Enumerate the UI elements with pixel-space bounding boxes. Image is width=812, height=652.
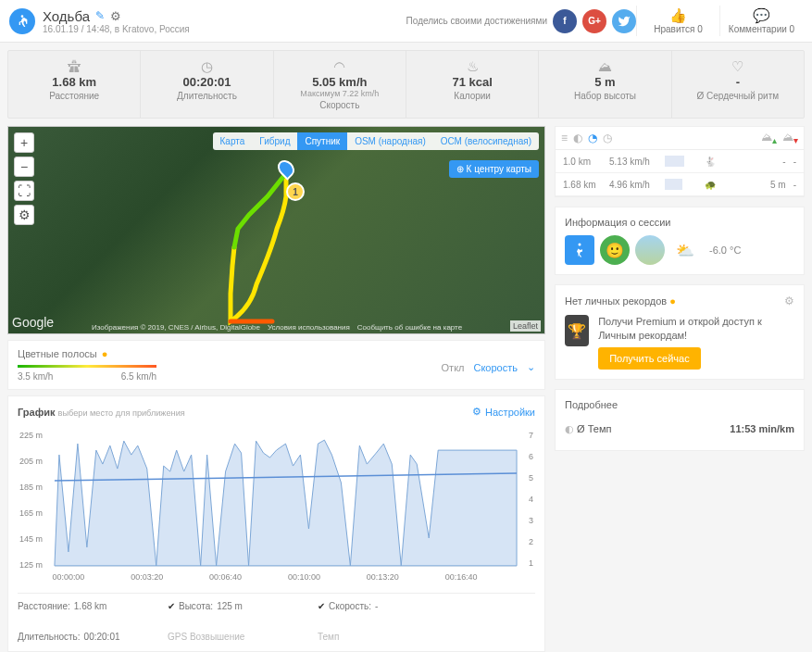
trophy-icon: 🏆 xyxy=(565,315,589,346)
details-panel: Подробнее ◐ Ø Темп 11:53 min/km xyxy=(555,389,805,451)
activity-subtitle: 16.01.19 / 14:48, в Kratovo, Россия xyxy=(43,24,190,34)
premium-star-icon: ● xyxy=(669,295,676,307)
rabbit-icon: 🐇 xyxy=(705,157,716,167)
stat-label-duration: Длительность: xyxy=(18,632,81,642)
svg-text:3: 3 xyxy=(529,516,533,525)
activity-type-icon xyxy=(9,8,35,34)
session-mood-icon: 🙂 xyxy=(600,235,630,265)
stat-heartrate: ♡ - Ø Сердечный ритм xyxy=(672,51,804,118)
svg-text:00:13:20: 00:13:20 xyxy=(367,572,399,582)
mountain-icon: ⛰ xyxy=(543,58,667,75)
svg-text:00:16:40: 00:16:40 xyxy=(445,572,478,582)
gradient-speed-button[interactable]: Скорость xyxy=(473,362,518,373)
color-strip-title: Цветные полосы xyxy=(18,348,97,359)
gradient-off-button[interactable]: Откл xyxy=(442,362,465,373)
speed-tab-icon[interactable]: ◔ xyxy=(588,132,597,144)
svg-text:145 m: 145 m xyxy=(19,534,43,544)
session-temperature: -6.0 °C xyxy=(709,244,741,256)
svg-text:00:00:00: 00:00:00 xyxy=(52,572,84,582)
target-icon: ⊕ xyxy=(456,164,464,174)
lap-row[interactable]: 1.68 km 4.96 km/h 🐢 5 m - xyxy=(556,173,804,196)
chart-subtitle: выбери место для приближения xyxy=(58,408,185,418)
get-premium-button[interactable]: Получить сейчас xyxy=(598,347,701,370)
settings-icon[interactable]: ⚙ xyxy=(110,9,121,23)
pace-label: Темп xyxy=(318,632,339,642)
time-tab-icon[interactable]: ◷ xyxy=(603,132,612,144)
session-terrain-icon xyxy=(635,235,665,265)
pace-tab-icon[interactable]: ◐ xyxy=(573,132,582,144)
segments-icon[interactable]: ≡ xyxy=(561,132,568,144)
svg-point-21 xyxy=(579,244,581,246)
lap-marker-1: 1 xyxy=(286,182,305,201)
svg-text:7: 7 xyxy=(529,431,533,440)
chevron-down-icon[interactable]: ⌄ xyxy=(527,361,535,373)
svg-text:4: 4 xyxy=(529,495,533,504)
google-logo: Google xyxy=(12,315,54,330)
zoom-out-button[interactable]: − xyxy=(14,157,34,177)
gradient-max: 6.5 km/h xyxy=(121,371,156,382)
lap-bar xyxy=(665,179,697,190)
elevation-col-icon: ⛰▴ xyxy=(761,131,777,145)
zoom-in-button[interactable]: + xyxy=(14,132,34,153)
svg-text:6: 6 xyxy=(529,452,533,461)
map-tab-osm[interactable]: OSM (народная) xyxy=(347,132,433,150)
gradient-min: 3.5 km/h xyxy=(18,371,53,382)
map-settings-button[interactable]: ⚙ xyxy=(14,205,34,225)
elevation-chart[interactable]: 225 m 205 m 185 m 165 m 145 m 125 m 7 6 … xyxy=(18,427,535,584)
map-tab-map[interactable]: Карта xyxy=(213,132,253,150)
share-facebook-button[interactable]: f xyxy=(553,9,577,33)
svg-text:00:10:00: 00:10:00 xyxy=(288,572,320,582)
share-twitter-button[interactable] xyxy=(612,9,636,33)
chart-title: График xyxy=(18,407,56,418)
svg-text:125 m: 125 m xyxy=(19,560,43,570)
records-panel: Нет личных рекордов ● ⚙ 🏆 Получи Premium… xyxy=(555,284,805,380)
map-attribution: Изображения © 2019, CNES / Airbus, Digit… xyxy=(92,323,507,332)
avg-pace-value: 11:53 min/km xyxy=(730,423,794,434)
stat-elevation: ⛰ 5 m Набор высоты xyxy=(539,51,671,118)
gear-icon: ⚙ xyxy=(472,406,481,418)
svg-text:2: 2 xyxy=(529,537,533,546)
svg-text:225 m: 225 m xyxy=(19,431,43,440)
heart-icon: ♡ xyxy=(676,58,800,75)
map-tab-hybrid[interactable]: Гибрид xyxy=(252,132,297,150)
leaflet-badge: Leaflet xyxy=(510,320,541,332)
premium-prompt: Получи Premium и открой доступ к Личным … xyxy=(598,315,794,342)
map-layer-tabs: Карта Гибрид Спутник OSM (народная) ОСМ … xyxy=(213,132,539,150)
flame-icon: ♨ xyxy=(410,58,534,75)
check-icon: ✔ xyxy=(168,601,175,611)
lap-bar xyxy=(665,156,697,167)
svg-text:165 m: 165 m xyxy=(19,508,43,518)
session-weather-icon: ⛅ xyxy=(670,235,700,265)
gps-elevation-label: GPS Возвышение xyxy=(168,632,244,642)
gauge-icon: ◠ xyxy=(278,58,402,75)
center-map-button[interactable]: ⊕ К центру карты xyxy=(449,160,539,178)
stat-duration: ◷ 00:20:01 Длительность xyxy=(141,51,273,118)
laps-table: 1.0 km 5.13 km/h 🐇 - - 1.68 km 4.96 km/h… xyxy=(555,150,805,197)
map-view[interactable]: 1 + − ⛶ ⚙ Карта Гибрид Спутник OSM (наро… xyxy=(7,126,545,334)
road-icon: 🛣 xyxy=(12,58,136,75)
fullscreen-button[interactable]: ⛶ xyxy=(14,181,34,201)
stat-label-distance: Расстояние: xyxy=(18,601,70,611)
svg-text:205 m: 205 m xyxy=(19,457,43,466)
stat-speed: ◠ 5.05 km/h Максимум 7.22 km/h Скорость xyxy=(274,51,406,118)
like-button[interactable]: 👍 Нравится 0 xyxy=(636,6,719,36)
elevation-loss-col-icon: ⛰▾ xyxy=(782,131,798,145)
lap-row[interactable]: 1.0 km 5.13 km/h 🐇 - - xyxy=(556,150,804,173)
gear-icon[interactable]: ⚙ xyxy=(784,295,794,307)
map-tab-satellite[interactable]: Спутник xyxy=(297,132,347,150)
share-prompt: Поделись своими достижениями xyxy=(406,16,547,26)
svg-text:00:03:20: 00:03:20 xyxy=(131,572,163,582)
chart-area-elevation xyxy=(55,440,517,566)
share-google-button[interactable]: G+ xyxy=(582,9,606,33)
comment-button[interactable]: 💬 Комментарии 0 xyxy=(719,6,803,36)
edit-icon[interactable]: ✎ xyxy=(95,9,105,22)
chart-settings-button[interactable]: ⚙ Настройки xyxy=(472,406,535,418)
route-path xyxy=(8,127,544,333)
color-gradient-bar xyxy=(18,365,156,368)
premium-star-icon: ● xyxy=(102,348,108,359)
svg-text:5: 5 xyxy=(529,473,533,483)
map-tab-osm-cycle[interactable]: ОСМ (велосипедная) xyxy=(433,132,539,150)
stat-calories: ♨ 71 kcal Калории xyxy=(406,51,539,118)
stats-bar: 🛣 1.68 km Расстояние ◷ 00:20:01 Длительн… xyxy=(7,50,805,119)
stat-distance: 🛣 1.68 km Расстояние xyxy=(8,51,141,118)
